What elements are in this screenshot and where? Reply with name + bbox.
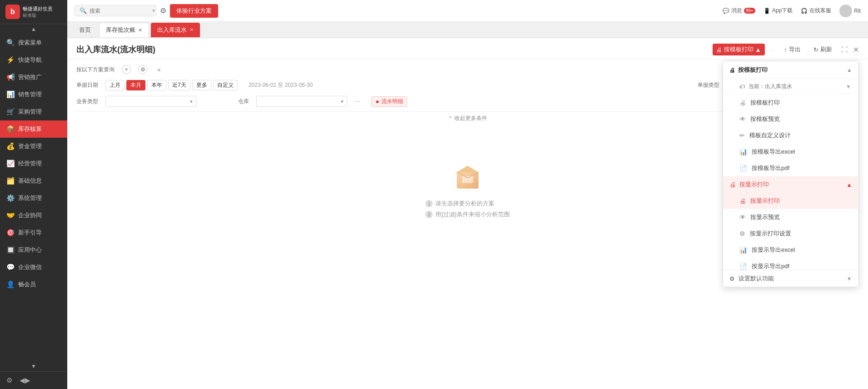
expand-icon[interactable]: ⛶ <box>841 46 848 53</box>
dp-group-header-display[interactable]: 🖨 按显示打印 ▲ <box>723 176 858 193</box>
tab-home[interactable]: 首页 <box>73 23 97 37</box>
dp-group-left: 🖨 按显示打印 <box>729 180 769 189</box>
sidebar-item-basics[interactable]: 🗂️ 基础信息 <box>0 172 67 190</box>
export-button[interactable]: ↑ 导出 <box>781 44 805 55</box>
sidebar-scroll-down[interactable]: ▼ <box>0 361 67 371</box>
date-this-year[interactable]: 本年 <box>147 80 166 90</box>
date-label: 单据日期 <box>76 81 98 89</box>
excel-icon: 📊 <box>739 148 747 155</box>
svg-marker-1 <box>457 166 479 172</box>
dp-item-display-preview[interactable]: 👁 按显示预览 <box>723 209 858 225</box>
sidebar-item-newbie[interactable]: 🎯 新手引导 <box>0 224 67 241</box>
print-template-button[interactable]: 🖨 按模板打印 ▲ <box>713 44 765 55</box>
dp-item-display-print[interactable]: 🖨 按显示打印 <box>723 193 858 209</box>
sidebar-item-label: 新手引导 <box>18 229 42 237</box>
user-avatar-item[interactable]: Rit <box>839 5 861 17</box>
filter-tag: ● 流水明细 <box>371 96 407 107</box>
dp-item-template-custom[interactable]: ✏ 模板自定义设计 <box>723 127 858 144</box>
warehouse-label: 仓库 <box>238 98 249 105</box>
filter-add-button[interactable]: + <box>122 65 131 74</box>
phone-icon: 📱 <box>763 8 770 14</box>
sidebar-item-appcenter[interactable]: 🔲 应用中心 <box>0 241 67 259</box>
dropdown-arrow-icon: ▼ <box>151 8 156 13</box>
tab-flow-close[interactable]: ✕ <box>190 27 194 33</box>
printer-icon-dp: 🖨 <box>729 67 735 74</box>
date-last7[interactable]: 近7天 <box>168 80 190 90</box>
chevron-up-icon: ▲ <box>755 46 761 53</box>
sidebar-item-cooperation[interactable]: 🤝 企业协同 <box>0 207 67 224</box>
topbar-right: 💬 消息 99+ 📱 App下载 🎧 在线客服 Rit <box>723 5 861 17</box>
search-input[interactable] <box>90 8 149 14</box>
sidebar-item-label: 搜索菜单 <box>18 39 42 47</box>
warehouse-more-button[interactable]: ··· <box>354 97 360 105</box>
dp-item-template-pdf[interactable]: 📄 按模板导出pdf <box>723 160 858 176</box>
dp-footer[interactable]: ⚙ 设置默认功能 ▼ <box>723 270 858 287</box>
dp-footer-chevron-icon: ▼ <box>846 275 852 282</box>
sidebar-item-shortcut[interactable]: ⚡ 快捷导航 <box>0 51 67 69</box>
sidebar-item-finance[interactable]: 💰 资金管理 <box>0 138 67 155</box>
member-icon: 👤 <box>6 280 15 289</box>
sidebar-settings-icon[interactable]: ⚙ <box>6 376 12 384</box>
filter-tag-icon: ● <box>375 98 379 105</box>
newbie-icon: 🎯 <box>6 229 15 237</box>
sidebar-item-member[interactable]: 👤 畅会员 <box>0 276 67 293</box>
inventory-icon: 📦 <box>6 125 15 133</box>
dp-item-template-preview[interactable]: 👁 按模板预览 <box>723 111 858 127</box>
dp-item-template-excel[interactable]: 📊 按模板导出excel <box>723 144 858 160</box>
basics-icon: 🗂️ <box>6 177 15 185</box>
display-pdf-icon: 📄 <box>739 263 747 270</box>
app-download-item[interactable]: 📱 App下载 <box>763 7 793 15</box>
sidebar-item-marketing[interactable]: 📢 营销推广 <box>0 69 67 86</box>
sidebar-item-wechat[interactable]: 💬 企业微信 <box>0 259 67 276</box>
sidebar-item-sales[interactable]: 📊 销售管理 <box>0 86 67 103</box>
empty-tip-1: 1 请先选择要分析的方案 <box>425 199 509 208</box>
dp-collapse-icon[interactable]: ▲ <box>847 67 852 73</box>
display-excel-icon: 📊 <box>739 246 747 254</box>
sidebar-item-purchase[interactable]: 🛒 采购管理 <box>0 103 67 120</box>
sidebar-item-search[interactable]: 🔍 搜索菜单 <box>0 34 67 51</box>
dp-item-display-excel[interactable]: 📊 按显示导出excel <box>723 242 858 258</box>
message-item[interactable]: 💬 消息 99+ <box>723 7 755 15</box>
sidebar-item-label: 营销推广 <box>18 73 42 81</box>
sidebar-item-label: 系统管理 <box>18 194 42 202</box>
page-header: 出入库流水(流水明细) 🖨 按模板打印 ▲ ··· ↑ 导出 ↻ 刷新 ⛶ ✕ <box>67 38 868 60</box>
sidebar-scroll-up[interactable]: ▲ <box>0 24 67 34</box>
sidebar-item-inventory[interactable]: 📦 库存核算 <box>0 120 67 138</box>
sales-icon: 📊 <box>6 90 15 99</box>
sidebar-item-label: 企业微信 <box>18 263 42 271</box>
gear-icon[interactable]: ⚙ <box>160 6 166 15</box>
current-chevron-icon: ▼ <box>846 84 851 90</box>
date-last-month[interactable]: 上月 <box>105 80 125 90</box>
sidebar-item-label: 库存核算 <box>18 125 42 133</box>
dp-item-display-pdf[interactable]: 📄 按显示导出pdf <box>723 258 858 270</box>
close-icon[interactable]: ✕ <box>853 45 859 54</box>
finance-icon: 💰 <box>6 142 15 150</box>
dp-footer-left: ⚙ 设置默认功能 <box>729 274 774 283</box>
filter-collapse-button[interactable]: « <box>155 65 164 74</box>
svg-rect-2 <box>462 176 473 183</box>
sidebar-item-operations[interactable]: 📈 经营管理 <box>0 155 67 172</box>
dp-item-template-print[interactable]: 🖨 按模板打印 <box>723 95 858 111</box>
refresh-button[interactable]: ↻ 刷新 <box>810 44 836 55</box>
dp-header: 🖨 按模板打印 ▲ <box>723 61 858 79</box>
design-icon: ✏ <box>739 132 745 139</box>
warehouse-select[interactable] <box>256 96 347 107</box>
online-service-item[interactable]: 🎧 在线客服 <box>801 7 831 15</box>
biz-type-select[interactable] <box>105 96 196 107</box>
tab-bar: 首页 库存批次账 ✕ 出入库流水 ✕ <box>67 22 868 38</box>
search-box[interactable]: 🔍 ▼ <box>75 5 156 16</box>
industry-solution-button[interactable]: 体验行业方案 <box>170 4 218 18</box>
date-custom[interactable]: 自定义 <box>213 80 238 90</box>
sidebar-item-system[interactable]: ⚙️ 系统管理 <box>0 190 67 207</box>
filter-settings-button[interactable]: ⚙ <box>138 65 147 74</box>
dp-item-display-settings[interactable]: ⚙ 按显示打印设置 <box>723 225 858 242</box>
date-this-month[interactable]: 本月 <box>126 80 145 90</box>
tab-batch[interactable]: 库存批次账 ✕ <box>99 23 149 37</box>
sidebar-nav: 🔍 搜索菜单 ⚡ 快捷导航 📢 营销推广 📊 销售管理 🛒 采购管理 📦 库存核… <box>0 34 67 361</box>
logo-icon: b <box>5 5 20 19</box>
date-more[interactable]: 更多 <box>192 80 211 90</box>
tab-batch-close[interactable]: ✕ <box>138 27 142 33</box>
sidebar-collapse-icon[interactable]: ◀▶ <box>20 376 30 384</box>
dp-scroll: 🏷 当前：出入库流水 ▼ 🖨 按模板打印 👁 按模板预览 ✏ 模板自定义设计 <box>723 79 858 270</box>
tab-flow[interactable]: 出入库流水 ✕ <box>151 23 200 37</box>
